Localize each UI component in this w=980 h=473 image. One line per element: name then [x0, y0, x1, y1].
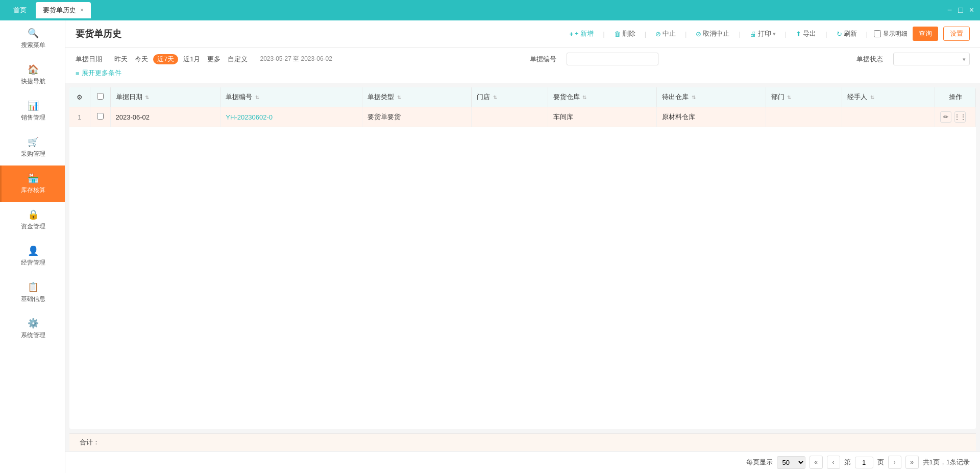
row-more-icon[interactable]: ⋮⋮ — [954, 111, 966, 123]
delete-button[interactable]: 🗑 删除 — [611, 27, 639, 40]
settings-button[interactable]: 设置 — [943, 27, 970, 41]
row-doc-number: YH-20230602-0 — [220, 107, 362, 127]
header-actions: + + 新增 | 🗑 删除 | ⊘ 中止 | ⊘ 取消中止 | — [566, 27, 970, 41]
doc-number-link[interactable]: YH-20230602-0 — [226, 113, 273, 121]
sidebar-item-label: 系统管理 — [21, 331, 45, 340]
minimize-icon[interactable]: − — [947, 6, 952, 15]
row-pending-warehouse: 原材料仓库 — [657, 107, 766, 127]
sort-handler[interactable]: ⇅ — [870, 94, 874, 100]
operations-mgmt-icon: 👤 — [28, 245, 39, 256]
sort-store[interactable]: ⇅ — [493, 94, 497, 100]
sidebar-item-search-menu[interactable]: 🔍 搜索菜单 — [0, 20, 65, 57]
system-mgmt-icon: ⚙️ — [28, 318, 39, 329]
sidebar-item-quick-nav[interactable]: 🏠 快捷导航 — [0, 57, 65, 93]
date-btn-today[interactable]: 今天 — [133, 54, 150, 64]
page-label-pre: 第 — [844, 458, 851, 467]
expand-conditions-btn[interactable]: ≡ 展开更多条件 — [76, 68, 970, 78]
finance-mgmt-icon: 🔒 — [28, 209, 39, 220]
refresh-button[interactable]: ↻ 刷新 — [834, 27, 860, 40]
page-number-input[interactable]: 1 — [855, 457, 873, 468]
purchase-mgmt-icon: 🛒 — [28, 136, 39, 148]
stop-button[interactable]: ⊘ 中止 — [652, 27, 679, 40]
row-req-warehouse: 车间库 — [548, 107, 657, 127]
cancel-stop-icon: ⊘ — [696, 30, 701, 38]
sidebar-item-system-mgmt[interactable]: ⚙️ 系统管理 — [0, 311, 65, 347]
sidebar-item-label: 库存核算 — [21, 186, 45, 195]
sidebar-item-operations-mgmt[interactable]: 👤 经营管理 — [0, 238, 65, 274]
prev-page-btn[interactable]: ‹ — [827, 456, 840, 469]
sidebar-item-sales-mgmt[interactable]: 📊 销售管理 — [0, 93, 65, 129]
date-shortcuts: 昨天 今天 近7天 近1月 更多 自定义 — [112, 54, 250, 64]
close-icon[interactable]: × — [969, 6, 974, 15]
select-all-checkbox[interactable] — [97, 93, 104, 100]
row-edit-icon[interactable]: ✏ — [940, 111, 951, 123]
first-page-btn[interactable]: « — [810, 456, 823, 469]
date-btn-1month[interactable]: 近1月 — [181, 54, 202, 64]
main-layout: 🔍 搜索菜单 🏠 快捷导航 📊 销售管理 🛒 采购管理 🏪 库存核算 🔒 资金管… — [0, 20, 980, 473]
doc-number-input[interactable] — [567, 53, 658, 65]
sort-doc-type[interactable]: ⇅ — [397, 94, 401, 100]
doc-status-select[interactable] — [893, 53, 970, 65]
sidebar-item-label: 基础信息 — [21, 295, 45, 303]
row-select-checkbox[interactable] — [97, 113, 104, 120]
row-action-icons: ✏ ⋮⋮ — [940, 111, 970, 123]
row-checkbox — [90, 107, 110, 127]
sort-doc-date[interactable]: ⇅ — [145, 94, 149, 100]
sidebar-item-label: 搜索菜单 — [21, 41, 45, 50]
export-button[interactable]: ⬆ 导出 — [793, 27, 819, 40]
page-header: 要货单历史 + + 新增 | 🗑 删除 | ⊘ 中止 | ⊘ — [65, 20, 980, 48]
th-store: 门店 ⇅ — [472, 87, 548, 107]
expand-icon: ≡ — [76, 69, 80, 77]
sidebar-item-inventory[interactable]: 🏪 库存核算 — [0, 165, 65, 202]
date-btn-7days[interactable]: 近7天 — [153, 54, 178, 64]
date-range-display: 2023-05-27 至 2023-06-02 — [260, 55, 332, 63]
th-action: 操作 — [935, 87, 976, 107]
row-actions: ✏ ⋮⋮ — [935, 107, 976, 127]
settings-col-icon: ⚙ — [77, 93, 83, 101]
sort-department[interactable]: ⇅ — [787, 94, 791, 100]
sort-pending-warehouse[interactable]: ⇅ — [692, 94, 696, 100]
tab-home[interactable]: 首页 — [6, 2, 34, 18]
basic-info-icon: 📋 — [28, 281, 39, 293]
next-page-btn[interactable]: › — [888, 456, 901, 469]
query-button[interactable]: 查询 — [913, 27, 938, 41]
inventory-icon: 🏪 — [28, 173, 39, 184]
th-department: 部门 ⇅ — [766, 87, 842, 107]
table-footer: 合计： — [69, 433, 976, 451]
cancel-stop-button[interactable]: ⊘ 取消中止 — [693, 27, 732, 40]
sidebar: 🔍 搜索菜单 🏠 快捷导航 📊 销售管理 🛒 采购管理 🏪 库存核算 🔒 资金管… — [0, 20, 65, 473]
window-controls: − □ × — [947, 6, 974, 15]
table-header-row: ⚙ 单据日期 ⇅ 单据编号 ⇅ — [69, 87, 976, 107]
last-page-btn[interactable]: » — [905, 456, 919, 469]
total-info: 共1页，1条记录 — [923, 458, 970, 467]
new-button[interactable]: + + 新增 — [566, 27, 597, 40]
print-button[interactable]: 🖨 打印 ▾ — [747, 27, 779, 40]
th-handler: 经手人 ⇅ — [842, 87, 935, 107]
sidebar-item-basic-info[interactable]: 📋 基础信息 — [0, 274, 65, 311]
th-req-warehouse: 要货仓库 ⇅ — [548, 87, 657, 107]
data-table: ⚙ 单据日期 ⇅ 单据编号 ⇅ — [69, 87, 976, 127]
search-menu-icon: 🔍 — [28, 28, 39, 39]
tab-close-icon[interactable]: × — [80, 7, 84, 14]
th-doc-type: 单据类型 ⇅ — [362, 87, 472, 107]
th-doc-number: 单据编号 ⇅ — [220, 87, 362, 107]
show-detail-toggle[interactable]: 显示明细 — [874, 30, 908, 38]
show-detail-checkbox[interactable] — [874, 30, 881, 37]
refresh-icon: ↻ — [837, 30, 842, 38]
table-row: 1 2023-06-02 YH-20230602-0 要货单要货 车间库 原材料… — [69, 107, 976, 127]
date-btn-custom[interactable]: 自定义 — [226, 54, 250, 64]
print-icon: 🖨 — [750, 30, 756, 38]
sidebar-item-finance-mgmt[interactable]: 🔒 资金管理 — [0, 202, 65, 238]
sort-req-warehouse[interactable]: ⇅ — [582, 94, 586, 100]
sort-doc-number[interactable]: ⇅ — [255, 94, 259, 100]
sidebar-item-purchase-mgmt[interactable]: 🛒 采购管理 — [0, 129, 65, 165]
page-size-select[interactable]: 50 100 — [777, 456, 805, 469]
date-btn-more[interactable]: 更多 — [205, 54, 223, 64]
date-btn-yesterday[interactable]: 昨天 — [112, 54, 130, 64]
maximize-icon[interactable]: □ — [958, 6, 963, 15]
row-num: 1 — [69, 107, 90, 127]
stop-icon: ⊘ — [655, 30, 661, 38]
th-settings[interactable]: ⚙ — [69, 87, 90, 107]
tab-active[interactable]: 要货单历史 × — [36, 2, 91, 18]
date-label: 单据日期 — [76, 55, 102, 64]
